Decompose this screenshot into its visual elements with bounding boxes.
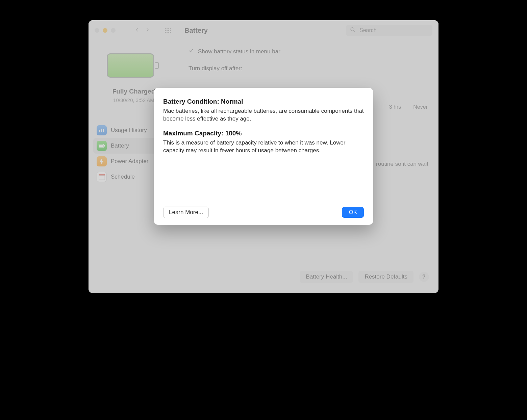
battery-health-dialog: Battery Condition: Normal Mac batteries,… <box>154 88 373 225</box>
condition-heading: Battery Condition: Normal <box>163 98 364 105</box>
capacity-heading: Maximum Capacity: 100% <box>163 130 364 137</box>
dialog-footer: Learn More... OK <box>163 207 364 218</box>
capacity-description: This is a measure of battery capacity re… <box>163 139 364 155</box>
condition-description: Mac batteries, like all rechargeable bat… <box>163 107 364 123</box>
preferences-window: Battery Fully Charged 10/30/20, 3:52 AM <box>89 20 438 293</box>
learn-more-button[interactable]: Learn More... <box>163 207 209 218</box>
ok-button[interactable]: OK <box>342 207 364 218</box>
